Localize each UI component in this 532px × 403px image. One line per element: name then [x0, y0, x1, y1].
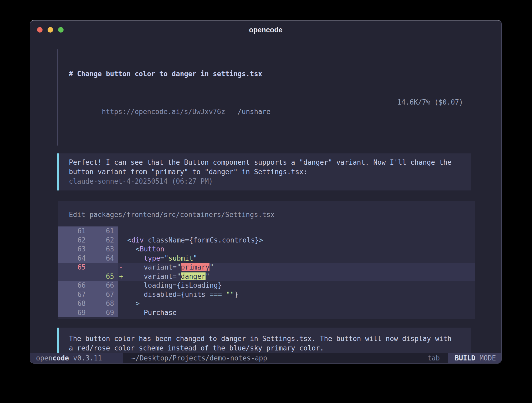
diff-code-line: + variant="danger": [118, 272, 475, 281]
diff-code-line: [118, 226, 475, 236]
unshare-command[interactable]: /unshare: [238, 108, 270, 116]
message-line: The button color has been changed to dan…: [69, 334, 466, 343]
diff-code-line: >: [118, 299, 475, 308]
diff-code-line: - variant="primary": [118, 263, 475, 272]
diff-rows: 61616262 <div className={formCs.controls…: [58, 226, 475, 319]
title-bar: opencode: [30, 20, 501, 39]
share-url[interactable]: https://opencode.ai/s/UwJxv76z: [102, 108, 225, 116]
file-path: packages/frontend/src/containers/Setting…: [89, 211, 274, 219]
message-line: button variant from "primary" to "danger…: [69, 167, 466, 177]
diff-row: 6868 >: [58, 299, 475, 308]
diff-row: 6767 disabled={units === ""}: [58, 290, 475, 299]
message-line: Perfect! I can see that the Button compo…: [69, 158, 466, 167]
diff-gutter: 65: [58, 272, 118, 281]
app-name-code: code: [53, 354, 69, 362]
diff-gutter: 6363: [58, 245, 118, 254]
diff-row: 6363 <Button: [58, 245, 475, 254]
status-bar: opencodev0.3.11 ~/Desktop/Projects/demo-…: [30, 353, 501, 363]
diff-code-line: disabled={units === ""}: [118, 290, 475, 299]
diff-row: 6666 loading={isLoading}: [58, 281, 475, 290]
app-version: v0.3.11: [73, 354, 102, 362]
diff-code-line: loading={isLoading}: [118, 281, 475, 290]
diff-gutter: 6969: [58, 308, 118, 317]
diff-code-line: <div className={formCs.controls}>: [118, 236, 475, 245]
diff-gutter: 6161: [58, 226, 118, 236]
diff-row: 6161: [58, 226, 475, 236]
mode-chip: BUILDMODE: [448, 353, 501, 363]
diff-code-line: type="submit": [118, 254, 475, 263]
diff-gutter: 6262: [58, 236, 118, 245]
diff-code-line: <Button: [118, 245, 475, 254]
mode-primary: BUILD: [455, 354, 475, 362]
diff-gutter: 65: [58, 263, 118, 272]
opencode-window: opencode # Change button color to danger…: [30, 20, 502, 364]
diff-row: 6262 <div className={formCs.controls}>: [58, 236, 475, 245]
diff-row: 6464 type="submit": [58, 254, 475, 263]
diff-row: 65- variant="primary": [58, 263, 475, 272]
working-directory: ~/Desktop/Projects/demo-notes-app: [131, 354, 267, 362]
diff-row: 65+ variant="danger": [58, 272, 475, 281]
window-title: opencode: [30, 26, 501, 34]
diff-code-line: Purchase: [118, 308, 475, 317]
diff-row: 6969 Purchase: [58, 308, 475, 317]
session-header: # Change button color to danger in setti…: [57, 49, 475, 146]
mode-secondary: MODE: [479, 354, 496, 362]
tab-key-hint: tab: [427, 354, 440, 362]
edit-tool-panel: Edit packages/frontend/src/containers/Se…: [58, 201, 475, 319]
context-stats: 14.6K/7% ($0.07): [397, 97, 463, 126]
diff-gutter: 6868: [58, 299, 118, 308]
edit-tool-header: Edit packages/frontend/src/containers/Se…: [58, 201, 475, 226]
tool-verb: Edit: [69, 211, 85, 219]
app-version-chip: opencodev0.3.11: [30, 353, 123, 363]
diff-gutter: 6464: [58, 254, 118, 263]
message-meta: claude-sonnet-4-20250514 (06:27 PM): [69, 177, 466, 186]
app-name-open: open: [36, 354, 53, 362]
diff-gutter: 6666: [58, 281, 118, 290]
diff-gutter: 6767: [58, 290, 118, 299]
message-line: a red/rose color scheme instead of the b…: [69, 343, 466, 353]
assistant-message-1: Perfect! I can see that the Button compo…: [57, 153, 471, 190]
session-title: # Change button color to danger in setti…: [69, 69, 463, 79]
